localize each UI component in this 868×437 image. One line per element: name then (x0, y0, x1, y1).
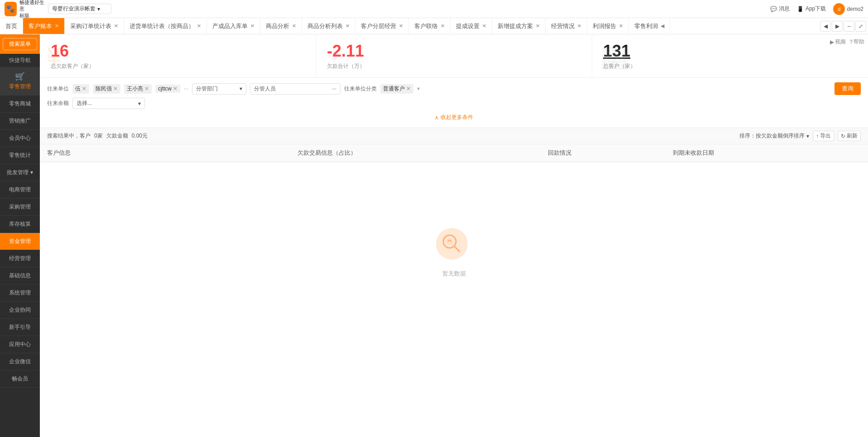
sidebar-item-guide[interactable]: 新手引导 (0, 319, 40, 336)
empty-icon-inner (436, 228, 468, 260)
close-icon[interactable]: ✕ (441, 23, 445, 29)
tab-goods-analysis-list[interactable]: 商品分析列表 ✕ (302, 18, 355, 34)
sidebar-item-purchase[interactable]: 采购管理 (0, 199, 40, 216)
filter-tag-cjttcw: cjttcw ✕ (155, 85, 180, 93)
remove-tag-wu[interactable]: ✕ (82, 86, 86, 92)
sidebar-item-label: 库存核算 (2, 220, 38, 228)
export-icon: ↑ (816, 133, 819, 139)
close-icon[interactable]: ✕ (619, 23, 623, 29)
avatar: d (833, 3, 845, 15)
content: ¥ 16 总欠款客户（家） ✦ -2.11 欠款合计（万） 🏢 131 总客户（… (40, 34, 868, 437)
expand-icon: ··· (332, 86, 336, 92)
sidebar-item-retail-mall[interactable]: 零售商城 (0, 95, 40, 113)
results-bar: 搜索结果中，客户 0家 欠款金额 0.00元 排序：按欠款金额倒序排序 ▾ ↑ … (40, 128, 868, 144)
sort-select[interactable]: 排序：按欠款金额倒序排序 ▾ (739, 132, 809, 140)
close-icon[interactable]: ✕ (577, 23, 581, 29)
stat-number-total: 131 (603, 42, 857, 61)
sidebar-item-operation[interactable]: 经营管理 (0, 250, 40, 267)
chevron-down-icon: ▾ (97, 6, 100, 12)
tab-commission-settings[interactable]: 提成设置 ✕ (451, 18, 492, 34)
tab-new-commission[interactable]: 新增提成方案 ✕ (492, 18, 546, 34)
tab-goods-stats[interactable]: 进货单统计表（按商品） ✕ (124, 18, 207, 34)
sidebar-item-member[interactable]: 会员中心 (0, 130, 40, 147)
tab-retail-profit[interactable]: 零售利润 ◀ (629, 18, 670, 34)
tab-business-status[interactable]: 经营情况 ✕ (546, 18, 587, 34)
result-amount: 0.00元 (132, 132, 148, 140)
sidebar-item-app-center[interactable]: 应用中心 (0, 336, 40, 353)
tab-maximize[interactable]: ⤢ (855, 21, 866, 32)
filter-tag-wang: 王小亮 ✕ (124, 84, 152, 94)
message-button[interactable]: 💬 消息 (770, 5, 790, 13)
close-icon[interactable]: ✕ (250, 23, 254, 29)
message-icon: 💬 (770, 6, 777, 12)
person-select[interactable]: 分管人员 ··· (250, 83, 340, 95)
sidebar-search-area: 搜索菜单 (0, 34, 40, 54)
close-icon[interactable]: ✕ (197, 23, 201, 29)
empty-state: 暂无数据 (436, 201, 472, 305)
video-button[interactable]: ▶ 视频 (830, 38, 846, 46)
tabs-scroll: 客户账本 ✕ 采购订单统计表 ✕ 进货单统计表（按商品） ✕ 产成品入库单 ✕ … (23, 18, 818, 34)
sidebar-item-label: 批发管理 ▾ (2, 169, 38, 176)
dept-select[interactable]: 分管部门 ▾ (192, 83, 246, 95)
remove-tag-cjttcw[interactable]: ✕ (173, 86, 177, 92)
tab-goods-analysis[interactable]: 商品分析 ✕ (260, 18, 302, 34)
query-button[interactable]: 查询 (834, 82, 861, 95)
sidebar-item-label: 营销推广 (2, 117, 38, 125)
quick-nav-label: 快捷导航 (9, 57, 31, 64)
sidebar-item-inventory[interactable]: 库存核算 (0, 216, 40, 233)
sidebar-item-finance[interactable]: 资金管理 (0, 233, 40, 250)
tab-customer-contact[interactable]: 客户联络 ✕ (409, 18, 451, 34)
help-icon: ? (849, 39, 853, 45)
sidebar-item-wholesale[interactable]: 批发管理 ▾ (0, 164, 40, 181)
help-button[interactable]: ? 帮助 (849, 38, 864, 46)
tab-minimize[interactable]: – (844, 21, 854, 32)
close-icon[interactable]: ✕ (536, 23, 540, 29)
tab-home[interactable]: 首页 (0, 18, 23, 34)
export-button[interactable]: ↑ 导出 (813, 131, 834, 141)
close-icon[interactable]: ◀ (661, 23, 664, 29)
remove-tag-normal[interactable]: ✕ (406, 86, 411, 92)
tab-scroll-right[interactable]: ▶ (832, 21, 843, 32)
sidebar-item-basic[interactable]: 基础信息 (0, 267, 40, 285)
balance-select[interactable]: 选择... ▾ (72, 98, 145, 109)
demo-select[interactable]: 母婴行业演示帐套 ▾ (48, 4, 111, 14)
collapse-button[interactable]: ∧ 收起更多条件 (433, 112, 475, 123)
more-tags-button[interactable]: ··· (184, 86, 188, 92)
sidebar-item-marketing[interactable]: 营销推广 (0, 113, 40, 130)
tab-customer-account[interactable]: 客户账本 ✕ (23, 18, 65, 34)
tab-purchase-order[interactable]: 采购订单统计表 ✕ (65, 18, 124, 34)
table-header: 客户信息 欠款交易信息（占比） 回款情况 到期未收款日期 (40, 144, 868, 162)
nav-tabs: 首页 客户账本 ✕ 采购订单统计表 ✕ 进货单统计表（按商品） ✕ 产成品入库单… (0, 18, 868, 34)
sidebar-item-retail-stats[interactable]: 零售统计 (0, 147, 40, 164)
close-icon[interactable]: ✕ (399, 23, 403, 29)
empty-svg (441, 233, 463, 255)
remove-tag-wang[interactable]: ✕ (144, 86, 149, 92)
tab-scroll-left[interactable]: ◀ (820, 21, 831, 32)
close-icon[interactable]: ✕ (114, 23, 118, 29)
sidebar-item-wechat[interactable]: 企业微信 (0, 353, 40, 370)
empty-icon (436, 228, 472, 264)
search-menu-button[interactable]: 搜索菜单 (3, 38, 37, 50)
tab-customer-tier[interactable]: 客户分层经营 ✕ (355, 18, 409, 34)
quick-nav-button[interactable]: 快捷导航 (0, 54, 40, 67)
col-customer-info: 客户信息 (47, 149, 297, 157)
sidebar-item-member2[interactable]: 畅会员 (0, 370, 40, 388)
sidebar-item-system[interactable]: 系统管理 (0, 285, 40, 302)
sidebar-item-label: 电商管理 (2, 186, 38, 194)
refresh-button[interactable]: ↻ 刷新 (838, 131, 861, 141)
filter-tag-chen: 陈民强 ✕ (93, 84, 120, 94)
logo-icon: 🐾 (5, 2, 17, 16)
close-icon[interactable]: ✕ (345, 23, 350, 29)
tab-profit-report[interactable]: 利润报告 ✕ (587, 18, 629, 34)
sidebar-item-retail[interactable]: 🛒 零售管理 (0, 67, 40, 95)
close-icon[interactable]: ✕ (482, 23, 486, 29)
close-icon[interactable]: ✕ (292, 23, 296, 29)
app-download-button[interactable]: 📱 App下载 (797, 5, 826, 13)
sidebar-item-collab[interactable]: 企业协同 (0, 302, 40, 319)
remove-tag-chen[interactable]: ✕ (113, 86, 118, 92)
user-menu[interactable]: d demo2 (833, 3, 863, 15)
close-icon[interactable]: ✕ (55, 23, 59, 29)
sidebar-item-ecom[interactable]: 电商管理 (0, 181, 40, 199)
tab-product-in[interactable]: 产成品入库单 ✕ (207, 18, 260, 34)
sidebar-item-label: 系统管理 (2, 289, 38, 297)
